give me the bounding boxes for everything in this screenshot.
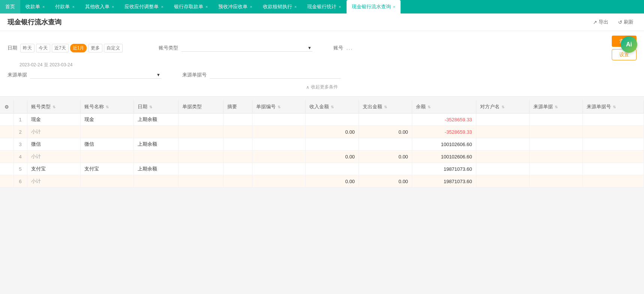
gear-icon[interactable]: ⚙ [5,104,9,110]
nav-tab-付款单[interactable]: 付款单× [50,0,80,13]
close-icon[interactable]: × [112,0,114,13]
source-doc-no-input[interactable] [210,71,341,79]
top-nav: 首页 收款单×付款单×其他收入单×应收应付调整单×银行存取款单×预收冲应收单×收… [0,0,644,13]
cell-doc_type [179,126,224,138]
cell-account_type: 小计 [27,126,80,138]
collapse-bar[interactable]: ∧ 收起更多条件 [8,82,636,92]
col-header-index [14,100,27,113]
date-btn-近7天[interactable]: 近7天 [52,44,69,52]
cell-doc_no [252,126,305,138]
nav-tab-银行存取款单[interactable]: 银行存取款单× [169,0,213,13]
cell-summary [223,138,252,151]
close-icon[interactable]: × [161,0,163,13]
col-header-balance[interactable]: 余额 ⇅ [412,100,476,113]
cell-summary [223,175,252,188]
source-doc-label: 来源单据 [8,72,27,78]
cell-index: 1 [14,113,27,126]
page-header: 现金银行流水查询 ↗ 导出 ↺ 刷新 [0,13,644,31]
cell-index: 3 [14,138,27,151]
date-label: 日期 [8,45,17,51]
cell-summary [223,126,252,138]
cell-source_doc [529,151,582,163]
col-header-doc_no[interactable]: 单据编号 ⇅ [252,100,305,113]
nav-tab-预收冲应收单[interactable]: 预收冲应收单× [213,0,257,13]
nav-tab-现金银行统计[interactable]: 现金银行统计× [302,0,346,13]
col-header-source_doc[interactable]: 来源单据 ⇅ [529,100,582,113]
col-header-expense[interactable]: 支出金额 ⇅ [359,100,412,113]
date-btn-今天[interactable]: 今天 [36,44,50,52]
col-header-source_doc_no[interactable]: 来源单据号 ⇅ [582,100,644,113]
collapse-up-icon: ∧ [306,85,309,90]
close-icon[interactable]: × [42,0,45,13]
col-header-account_name[interactable]: 账号名称 ⇅ [80,100,134,113]
cell-income: 0.00 [305,175,359,188]
cell-source_doc_no [582,175,644,188]
header-actions: ↗ 导出 ↺ 刷新 [590,17,636,27]
refresh-button[interactable]: ↺ 刷新 [615,17,636,27]
date-btn-昨天[interactable]: 昨天 [20,44,35,52]
nav-tab-其他收入单[interactable]: 其他收入单× [80,0,119,13]
cell-balance: -3528659.33 [412,126,476,138]
cell-doc_no [252,175,305,188]
cell-doc_no [252,138,305,151]
cell-account_type: 小计 [27,151,80,163]
cell-source_doc_no [582,113,644,126]
cell-summary [223,113,252,126]
nav-home[interactable]: 首页 [0,0,20,13]
close-icon[interactable]: × [339,0,341,13]
cell-index: 2 [14,126,27,138]
nav-tab-应收应付调整单[interactable]: 应收应付调整单× [119,0,168,13]
close-icon[interactable]: × [72,0,74,13]
account-label: 账号 [333,45,343,51]
cell-gear [0,113,14,126]
source-doc-select[interactable]: ▾ [30,71,161,79]
col-header-counterparty[interactable]: 对方户名 ⇅ [476,100,529,113]
cell-counterparty [476,113,529,126]
cell-doc_no [252,113,305,126]
refresh-icon: ↺ [618,19,622,25]
nav-tab-收款核销执行[interactable]: 收款核销执行× [258,0,302,13]
date-btn-自定义[interactable]: 自定义 [104,44,123,52]
cell-doc_type [179,151,224,163]
table-row: 3微信微信上期余额100102606.60 [0,138,644,151]
source-doc-no-label: 来源单据号 [182,72,207,78]
date-btn-更多[interactable]: 更多 [88,44,102,52]
cell-expense [359,138,412,151]
account-dots-button[interactable]: ... [346,45,353,51]
chevron-down-icon-2: ▾ [157,72,160,78]
col-header-summary: 摘要 [223,100,252,113]
date-btn-近1月[interactable]: 近1月 [70,44,87,52]
col-header-income[interactable]: 收入金额 ⇅ [305,100,359,113]
cell-source_doc [529,138,582,151]
account-type-label: 账号类型 [159,45,178,51]
col-header-doc_type: 单据类型 [179,100,224,113]
cell-date: 上期余额 [134,113,179,126]
close-icon[interactable]: × [294,0,297,13]
cell-account_name: 支付宝 [80,163,134,175]
col-header-account_type[interactable]: 账号类型 ⇅ [27,100,80,113]
cell-income [305,163,359,175]
close-icon[interactable]: × [250,0,252,13]
nav-tab-现金银行流水查询[interactable]: 现金银行流水查询× [347,0,401,13]
cell-account_type: 微信 [27,138,80,151]
cell-doc_no [252,151,305,163]
close-icon[interactable]: × [206,0,208,13]
table-row: 4小计0.000.00100102606.60 [0,151,644,163]
cell-source_doc [529,126,582,138]
cell-gear [0,126,14,138]
cell-source_doc [529,175,582,188]
export-button[interactable]: ↗ 导出 [590,17,611,27]
cell-source_doc [529,113,582,126]
col-header-date[interactable]: 日期 ⇅ [134,100,179,113]
cell-index: 5 [14,163,27,175]
account-type-select[interactable]: ▾ [181,44,312,52]
filter-row-2: 来源单据 ▾ 来源单据号 [8,71,636,79]
nav-tab-收款单[interactable]: 收款单× [20,0,50,13]
close-icon[interactable]: × [393,0,395,13]
cell-expense [359,163,412,175]
ai-assistant-button[interactable]: Ai [621,36,637,53]
cell-income [305,113,359,126]
cell-balance: 19871073.60 [412,175,476,188]
col-header-gear: ⚙ [0,100,14,113]
cell-balance: -3528659.33 [412,113,476,126]
